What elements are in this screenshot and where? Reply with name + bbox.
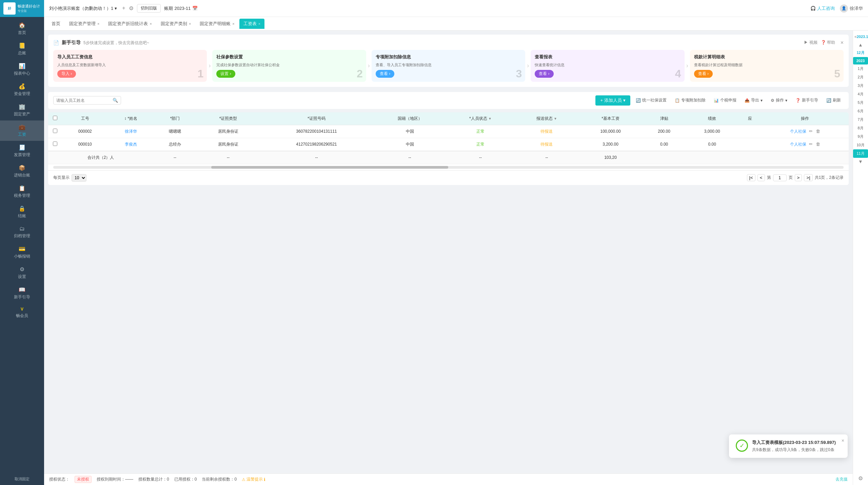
operations-btn[interactable]: ⚙ 操作 ▾ [768, 96, 790, 105]
step4-btn[interactable]: 查看 › [535, 70, 553, 78]
sidebar-item-expense[interactable]: 💳 小畅报销 [0, 242, 44, 263]
sidebar-item-tax[interactable]: 📋 税务管理 [0, 182, 44, 202]
month-oct[interactable]: 10月 [853, 141, 868, 149]
horizontal-scrollbar[interactable] [53, 166, 844, 169]
account-name: 刘小艳演示账套（勿删勿动！）1 ▾ [49, 5, 117, 12]
scrollbar-thumb[interactable] [211, 166, 448, 169]
month-mar[interactable]: 3月 [853, 81, 868, 90]
row2-status: 正常 [447, 138, 515, 151]
month-aug[interactable]: 8月 [853, 124, 868, 132]
help-link[interactable]: ❓ 帮助 [821, 40, 835, 45]
row1-name-link[interactable]: 徐泽华 [125, 129, 137, 134]
row1-select[interactable] [53, 129, 57, 133]
row2-select[interactable] [53, 142, 57, 146]
step5-btn[interactable]: 查看 › [694, 70, 713, 78]
step3-btn[interactable]: 查看 › [376, 70, 394, 78]
month-feb[interactable]: 2月 [853, 73, 868, 81]
panel-expand-left[interactable]: « [854, 34, 857, 39]
row1-edit-icon[interactable]: ✏ [809, 129, 813, 134]
calendar-icon[interactable]: 📅 [192, 6, 198, 11]
search-icon[interactable]: 🔍 [113, 98, 118, 103]
ai-consult-btn[interactable]: 🎧 人工咨询 [810, 5, 835, 12]
row2-edit-icon[interactable]: ✏ [809, 142, 813, 147]
info-icon[interactable]: ℹ [264, 477, 265, 482]
per-page-control: 每页显示 10 20 50 [53, 174, 86, 182]
tax-report-icon: 📊 [714, 98, 719, 103]
sidebar-item-closing[interactable]: 🔒 结账 [0, 202, 44, 222]
select-all-checkbox[interactable] [53, 116, 57, 120]
guide-btn[interactable]: ❓ 新手引导 [793, 96, 821, 105]
invoicing-icon: 🧾 [19, 144, 25, 151]
sidebar-item-member[interactable]: V 畅会员 [0, 303, 44, 322]
year-up-btn[interactable]: ▲ [857, 41, 864, 49]
user-info[interactable]: 👤 徐泽华 [840, 4, 863, 13]
special-deduction-btn[interactable]: 📋 专项附加扣除 [672, 96, 708, 105]
sidebar-item-home[interactable]: 🏠 首页 [0, 19, 44, 39]
sidebar-item-reports[interactable]: 📊 报表中心 [0, 59, 44, 80]
tab-categories[interactable]: 固定资产类别 × [157, 19, 195, 29]
dropdown-icon[interactable]: ▾ [115, 6, 117, 11]
first-page-btn[interactable]: |< [747, 174, 755, 181]
refresh-btn[interactable]: 🔄 刷新 [824, 96, 844, 105]
switch-version-btn[interactable]: 切到旧版 [137, 4, 161, 13]
row1-employee-id: 000002 [62, 125, 108, 138]
panel-settings-icon[interactable]: ⚙ [858, 475, 863, 481]
sidebar-item-guide[interactable]: 📖 新手引导 [0, 283, 44, 303]
row2-name-link[interactable]: 李俊杰 [125, 142, 137, 147]
pagination-bar: 每页显示 10 20 50 |< < 第 页 [48, 170, 849, 185]
charge-link[interactable]: 去充值 [835, 477, 848, 482]
tab-depreciation[interactable]: 固定资产折旧统计表 × [104, 19, 156, 29]
tab-close-detail[interactable]: × [232, 22, 234, 26]
social-insurance-btn[interactable]: 🔄 统一社保设置 [633, 96, 669, 105]
sidebar-item-funds[interactable]: 💰 资金管理 [0, 80, 44, 100]
sidebar-item-archive[interactable]: 🗂 归档管理 [0, 222, 44, 242]
sidebar-label-payroll: 工资 [18, 132, 26, 137]
sidebar-item-settings[interactable]: ⚙ 设置 [0, 263, 44, 283]
video-link[interactable]: ▶ 视频 [804, 40, 817, 45]
settings-icon[interactable]: ⚙ [129, 5, 134, 12]
row1-delete-icon[interactable]: 🗑 [816, 129, 820, 134]
row1-social-btn[interactable]: 个人社保 [790, 129, 806, 134]
tab-home[interactable]: 首页 [47, 19, 64, 29]
tab-close-salary[interactable]: × [258, 22, 260, 26]
step2-btn[interactable]: 设置 › [216, 70, 235, 78]
tab-salary[interactable]: 工资表 × [239, 19, 264, 29]
sidebar-item-inventory[interactable]: 📦 进销台账 [0, 161, 44, 182]
sidebar-item-payroll[interactable]: 💼 工资 [0, 120, 44, 141]
toast-close-btn[interactable]: × [842, 438, 844, 443]
month-jul[interactable]: 7月 [853, 115, 868, 124]
tab-fixed-assets[interactable]: 固定资产管理 × [65, 19, 103, 29]
month-apr[interactable]: 4月 [853, 90, 868, 98]
tab-close-depreciation[interactable]: × [150, 22, 152, 26]
sidebar-item-ledger[interactable]: 📒 总账 [0, 39, 44, 59]
month-sep[interactable]: 9月 [853, 132, 868, 141]
guide-close-btn[interactable]: × [841, 40, 844, 46]
search-input[interactable] [56, 98, 111, 103]
month-jan[interactable]: 1月 [853, 64, 868, 73]
sidebar-item-fixed-assets[interactable]: 🏢 固定资产 [0, 100, 44, 120]
add-icon[interactable]: + [122, 5, 125, 12]
prev-page-btn[interactable]: < [757, 174, 765, 181]
tab-close-fixed-assets[interactable]: × [97, 22, 99, 26]
sidebar-footer[interactable]: 取消固定 [0, 473, 44, 485]
add-person-btn[interactable]: + 添加人员 ▾ [595, 95, 630, 106]
month-may[interactable]: 5月 [853, 98, 868, 107]
row2-social-btn[interactable]: 个人社保 [790, 142, 806, 147]
month-dec[interactable]: 12月 [853, 49, 868, 57]
tax-icon: 📋 [19, 185, 25, 191]
tab-close-categories[interactable]: × [189, 22, 191, 26]
month-jun[interactable]: 6月 [853, 107, 868, 115]
tab-detail[interactable]: 固定资产明细账 × [196, 19, 238, 29]
year-down-btn[interactable]: ▼ [857, 158, 864, 165]
next-page-btn[interactable]: > [795, 174, 802, 181]
row2-delete-icon[interactable]: 🗑 [816, 142, 820, 147]
per-page-select[interactable]: 10 20 50 [72, 174, 86, 182]
month-nov[interactable]: 11月 [853, 149, 868, 158]
last-page-btn[interactable]: >| [804, 174, 812, 181]
step1-btn[interactable]: 导入 › [57, 70, 76, 78]
tax-report-btn[interactable]: 📊 个税申报 [711, 96, 739, 105]
sidebar-item-invoicing[interactable]: 🧾 发票管理 [0, 141, 44, 161]
export-btn[interactable]: 📤 导出 ▾ [742, 96, 765, 105]
year-label[interactable]: 2023 [853, 57, 868, 64]
page-input[interactable] [773, 174, 787, 181]
